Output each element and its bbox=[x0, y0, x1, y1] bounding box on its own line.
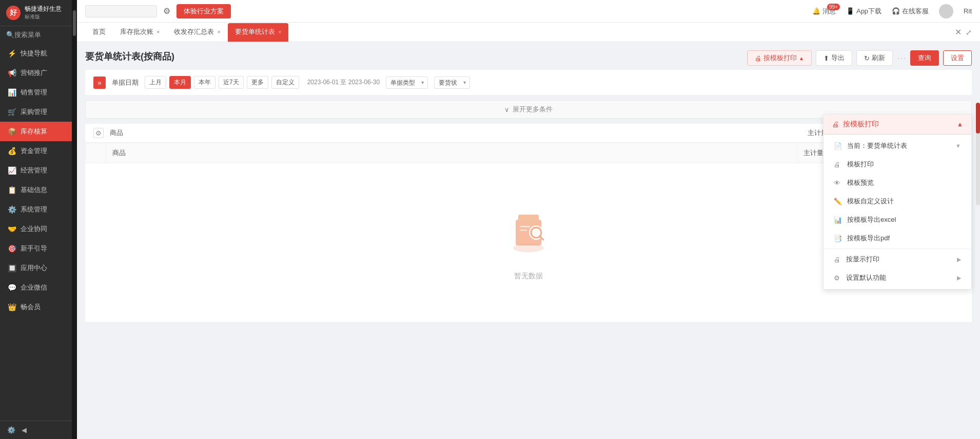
quick-nav-icon: ⚡ bbox=[7, 49, 16, 58]
online-service-item[interactable]: 🎧 在线客服 bbox=[892, 7, 929, 16]
sidebar-item-beginner[interactable]: 🎯 新手引导 bbox=[0, 239, 72, 258]
tab-in-out-summary[interactable]: 收发存汇总表 × bbox=[167, 23, 227, 42]
logo-icon: 好 bbox=[6, 6, 21, 20]
type-select[interactable]: 单据类型 bbox=[386, 77, 428, 89]
dropdown-export-excel[interactable]: 📊 按模板导出excel bbox=[824, 211, 971, 229]
search-menu[interactable]: 🔍 搜索菜单 bbox=[0, 26, 72, 44]
tabbar: 首页 库存批次账 × 收发存汇总表 × 要货单统计表 × ✕ ⤢ bbox=[77, 23, 980, 42]
date-btn-this-month[interactable]: 本月 bbox=[169, 76, 191, 89]
notifications-count: 99+ bbox=[827, 4, 840, 10]
sidebar-item-purchase[interactable]: 🛒 采购管理 bbox=[0, 102, 72, 122]
sidebar-item-operations[interactable]: 📈 经营管理 bbox=[0, 161, 72, 180]
th-product: 商品 bbox=[106, 143, 797, 163]
tab-in-out-summary-close[interactable]: × bbox=[217, 29, 220, 35]
page-content: 要货单统计表(按商品) » 单据日期 上月 本月 本年 近7天 更多 自定义 2… bbox=[77, 42, 980, 439]
query-btn[interactable]: 查询 bbox=[910, 50, 939, 66]
type-select-wrapper: 单据类型 bbox=[386, 77, 428, 89]
export-pdf-icon: 📑 bbox=[834, 235, 842, 242]
notifications-item[interactable]: 🔔 消息 99+ bbox=[812, 7, 836, 16]
tabbar-close-btn[interactable]: ✕ bbox=[955, 27, 962, 37]
topbar: ⚙ 体验行业方案 🔔 消息 99+ 📱 App下载 🎧 在线客服 Rit bbox=[77, 0, 980, 23]
filter-expand-icon[interactable]: » bbox=[93, 77, 106, 89]
date-btn-last-month[interactable]: 上月 bbox=[145, 76, 166, 89]
tab-in-out-summary-label: 收发存汇总表 bbox=[174, 27, 214, 36]
app-center-icon: 🔲 bbox=[7, 264, 16, 272]
sidebar-item-basic-info[interactable]: 📋 基础信息 bbox=[0, 180, 72, 200]
print-icon-header: 🖨 bbox=[832, 120, 839, 128]
collapse-icon[interactable]: ◀ bbox=[22, 426, 27, 434]
tab-order-stats[interactable]: 要货单统计表 × bbox=[228, 23, 288, 42]
tab-inventory-batch-label: 库存批次账 bbox=[120, 27, 153, 36]
export-icon: ⬆ bbox=[824, 54, 829, 62]
tab-inventory-batch-close[interactable]: × bbox=[156, 29, 160, 35]
date-btn-7days[interactable]: 近7天 bbox=[219, 76, 244, 89]
date-btn-this-year[interactable]: 本年 bbox=[194, 76, 215, 89]
user-avatar[interactable] bbox=[939, 4, 953, 18]
search-icon: 🔍 bbox=[6, 31, 14, 39]
dropdown-template-preview[interactable]: 👁 模板预览 bbox=[824, 174, 971, 192]
sidebar-item-quick-nav[interactable]: ⚡ 快捷导航 bbox=[0, 44, 72, 63]
username-label: Rit bbox=[964, 7, 972, 15]
settings-bottom-icon[interactable]: ⚙️ bbox=[7, 426, 15, 434]
refresh-btn[interactable]: ↻ 刷新 bbox=[856, 50, 893, 66]
dropdown-current-template[interactable]: 📄 当前：要货单统计表 ▼ bbox=[824, 137, 971, 155]
dropdown-template-design[interactable]: ✏️ 模板自定义设计 bbox=[824, 192, 971, 211]
sidebar-item-enterprise[interactable]: 🤝 企业协同 bbox=[0, 219, 72, 239]
template-print-label: 模板打印 bbox=[847, 160, 874, 169]
enterprise-icon: 🤝 bbox=[7, 225, 16, 233]
right-scrollbar-thumb bbox=[976, 103, 980, 133]
display-print-label: 按显示打印 bbox=[846, 255, 879, 264]
settings-btn[interactable]: 设置 bbox=[943, 50, 972, 66]
app-download-item[interactable]: 📱 App下载 bbox=[846, 7, 881, 16]
table-settings-icon[interactable]: ⚙ bbox=[93, 128, 104, 138]
empty-text: 暂无数据 bbox=[514, 272, 543, 281]
date-btn-more[interactable]: 更多 bbox=[247, 76, 268, 89]
tab-home-label: 首页 bbox=[92, 27, 106, 36]
dropdown-submenu: 📄 当前：要货单统计表 ▼ 🖨 模板打印 👁 模板预览 ✏️ 模板自定义设计 bbox=[824, 135, 971, 289]
finance-icon: 💰 bbox=[7, 147, 16, 155]
app-logo: 好 畅捷通好生意 标准版 bbox=[0, 0, 72, 26]
online-service-label: 在线客服 bbox=[902, 7, 929, 16]
topbar-search-input[interactable] bbox=[85, 5, 157, 17]
print-chevron-up: ▲ bbox=[799, 55, 804, 61]
sidebar-nav: ⚡ 快捷导航 📢 营销推广 📊 销售管理 🛒 采购管理 📦 库存核算 💰 资金管… bbox=[0, 44, 72, 421]
sidebar-item-member[interactable]: 👑 畅会员 bbox=[0, 297, 72, 317]
template-design-icon: ✏️ bbox=[834, 198, 842, 205]
sidebar-item-inventory[interactable]: 📦 库存核算 bbox=[0, 122, 72, 141]
dropdown-template-print[interactable]: 🖨 模板打印 bbox=[824, 155, 971, 174]
sidebar-item-sales[interactable]: 📊 销售管理 bbox=[0, 83, 72, 102]
display-print-icon: 🖨 bbox=[834, 256, 842, 263]
page-actions: 🖨 按模板打印 ▲ ⬆ 导出 ↻ 刷新 ⋯ 查询 设置 bbox=[747, 50, 972, 66]
topbar-gear-icon[interactable]: ⚙ bbox=[163, 6, 170, 16]
dropdown-export-pdf[interactable]: 📑 按模板导出pdf bbox=[824, 229, 971, 247]
sidebar-item-marketing[interactable]: 📢 营销推广 bbox=[0, 63, 72, 83]
dropdown-display-print[interactable]: 🖨 按显示打印 ▶ bbox=[824, 250, 971, 269]
tab-order-stats-close[interactable]: × bbox=[278, 29, 281, 35]
tabbar-expand-btn[interactable]: ⤢ bbox=[966, 28, 972, 36]
sidebar-bottom: ⚙️ ◀ bbox=[0, 421, 72, 439]
marketing-icon: 📢 bbox=[7, 69, 16, 77]
mobile-icon: 📱 bbox=[846, 7, 854, 15]
topbar-right: 🔔 消息 99+ 📱 App下载 🎧 在线客服 Rit bbox=[812, 4, 972, 18]
sidebar-scroll-thumb bbox=[73, 10, 76, 36]
tab-inventory-batch[interactable]: 库存批次账 × bbox=[113, 23, 167, 42]
export-btn[interactable]: ⬆ 导出 bbox=[816, 50, 852, 66]
date-btn-custom[interactable]: 自定义 bbox=[271, 76, 299, 89]
print-btn[interactable]: 🖨 按模板打印 ▲ bbox=[747, 50, 812, 66]
display-print-arrow: ▶ bbox=[957, 256, 961, 263]
sidebar-item-system[interactable]: ⚙️ 系统管理 bbox=[0, 200, 72, 219]
dropdown-header[interactable]: 🖨 按模板打印 ▲ bbox=[824, 114, 971, 135]
sidebar-item-app-center[interactable]: 🔲 应用中心 bbox=[0, 258, 72, 278]
dropdown-set-default[interactable]: ⚙ 设置默认功能 ▶ bbox=[824, 269, 971, 287]
sidebar-item-enterprise-wechat[interactable]: 💬 企业微信 bbox=[0, 278, 72, 297]
tab-home[interactable]: 首页 bbox=[85, 23, 113, 42]
set-default-label: 设置默认功能 bbox=[846, 273, 886, 282]
sidebar-scrollbar[interactable] bbox=[72, 0, 77, 439]
sidebar-item-finance[interactable]: 💰 资金管理 bbox=[0, 141, 72, 161]
operations-icon: 📈 bbox=[7, 166, 16, 175]
dropdown-title: 按模板打印 bbox=[843, 120, 879, 129]
status-select[interactable]: 要货状 bbox=[434, 77, 470, 89]
right-scrollbar[interactable] bbox=[976, 103, 980, 205]
sidebar: 好 畅捷通好生意 标准版 🔍 搜索菜单 ⚡ 快捷导航 📢 营销推广 📊 销售管理… bbox=[0, 0, 72, 439]
trial-btn[interactable]: 体验行业方案 bbox=[177, 4, 231, 18]
